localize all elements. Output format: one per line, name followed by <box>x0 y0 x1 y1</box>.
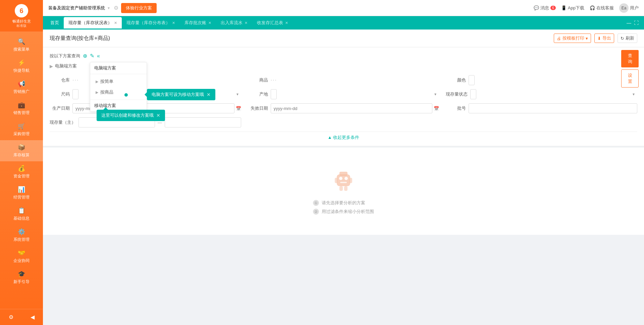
print-icon: 🖨 <box>557 36 561 41</box>
scheme-item-simple[interactable]: ▶ 按简单 <box>90 76 147 87</box>
sidebar-item-label: 快捷导航 <box>13 68 30 73</box>
scheme-pc-items: ▶ 按简单 ▶ 按商品 <box>90 74 147 100</box>
scheme-item-arrow: ▶ <box>96 79 98 84</box>
produce-date-label: 生产日期 <box>50 105 70 111</box>
app-download-btn[interactable]: 📱 App下载 <box>561 5 584 11</box>
tab-batch-account-label: 库存批次账 <box>184 20 206 26</box>
sidebar-item-enterprise[interactable]: 🤝 企业协同 <box>0 246 43 267</box>
sidebar-item-finance[interactable]: 💰 资金管理 <box>0 161 43 182</box>
sidebar-item-quick-nav[interactable]: ⚡ 快捷导航 <box>0 56 43 77</box>
sidebar-item-label: 资金管理 <box>13 173 30 179</box>
stock-status-select[interactable] <box>470 89 476 99</box>
tab-collect-report-close[interactable]: ✕ <box>285 21 288 25</box>
query-button[interactable]: 查询 <box>621 50 639 67</box>
stock-qty-max-input[interactable] <box>165 117 241 127</box>
setup-button[interactable]: 设置 <box>621 69 639 88</box>
sidebar-item-purchase[interactable]: 🛒 采购管理 <box>0 119 43 140</box>
size-select[interactable] <box>72 89 78 99</box>
collapse-more-btn[interactable]: ▲ 收起更多条件 <box>328 135 360 140</box>
hint1-text: 请先选择要分析的方案 <box>322 200 365 206</box>
sidebar-item-search-menu[interactable]: 🔍 搜索菜单 <box>0 35 43 56</box>
sidebar-item-system[interactable]: ⚙️ 系统管理 <box>0 225 43 246</box>
sidebar-item-label: 搜索菜单 <box>13 47 30 52</box>
tab-collect-report[interactable]: 收发存汇总表 ✕ <box>252 17 293 29</box>
user-btn[interactable]: Ea 用户 <box>619 3 639 13</box>
enterprise-icon: 🤝 <box>18 249 25 257</box>
tab-inventory-status[interactable]: 现存量（库存状况表） ✕ <box>64 17 122 29</box>
svg-rect-6 <box>350 178 352 183</box>
tooltip2-close-icon[interactable]: ✕ <box>156 113 160 118</box>
message-icon: 💬 <box>534 5 539 10</box>
produce-date-calendar-icon[interactable]: 📅 <box>236 106 241 111</box>
settings-icon[interactable]: ⚙ <box>7 313 15 322</box>
tab-inventory-status-close[interactable]: ✕ <box>114 21 117 25</box>
operations-icon: 📊 <box>18 186 25 193</box>
tab-batch-account-close[interactable]: ✕ <box>208 21 211 25</box>
batch-input[interactable] <box>469 103 637 113</box>
goods-dots[interactable]: ··· <box>271 77 277 83</box>
origin-select[interactable] <box>271 89 277 99</box>
sidebar-item-guide[interactable]: 🎓 新手引导 <box>0 267 43 288</box>
scheme-item-goods[interactable]: ▶ 按商品 <box>90 87 147 98</box>
back-scheme-icon[interactable]: « <box>97 53 100 59</box>
tab-inventory-dist-close[interactable]: ✕ <box>172 21 175 25</box>
print-dropdown-icon: ▾ <box>586 36 588 41</box>
expire-date-input[interactable] <box>271 103 433 113</box>
sidebar-item-label: 系统管理 <box>13 237 30 242</box>
collapse-icon[interactable]: ◀ <box>29 313 36 322</box>
industry-plan-button[interactable]: 体验行业方案 <box>121 3 157 13</box>
print-button[interactable]: 🖨 按模板打印 ▾ <box>554 34 591 43</box>
sidebar-item-inventory[interactable]: 📦 库存核算 <box>0 140 43 161</box>
topbar: 装备及固定资产辅助管理系统 ▾ ⚙ 体验行业方案 💬 消息 6 📱 App下载 … <box>43 0 644 16</box>
headset-icon: 🎧 <box>590 5 595 10</box>
topbar-left: 装备及固定资产辅助管理系统 ▾ ⚙ 体验行业方案 <box>48 3 157 13</box>
refresh-button[interactable]: ↻ 刷新 <box>618 34 637 43</box>
topbar-settings-icon[interactable]: ⚙ <box>114 5 118 11</box>
support-btn[interactable]: 🎧 在线客服 <box>590 5 614 11</box>
tab-batch-account[interactable]: 库存批次账 ✕ <box>180 17 216 29</box>
color-select[interactable] <box>469 75 475 85</box>
add-scheme-icon[interactable]: ⊕ <box>83 53 87 59</box>
message-btn[interactable]: 💬 消息 6 <box>534 5 556 11</box>
filter-row-expire-date: 失效日期 📅 <box>248 103 439 113</box>
sidebar-item-sales[interactable]: 💼 销售管理 <box>0 98 43 119</box>
marketing-icon: 📢 <box>18 80 25 88</box>
filter-row-batch: 批号 <box>446 103 637 113</box>
sales-icon: 💼 <box>18 101 25 109</box>
export-button[interactable]: ⬇ 导出 <box>594 34 614 43</box>
sidebar-item-basic-info[interactable]: 📋 基础信息 <box>0 204 43 225</box>
tooltip-pc-to-mobile: 电脑方案可设为移动方案哦 ✕ <box>147 89 215 100</box>
tab-in-out-flow[interactable]: 出入库流水 ✕ <box>216 17 252 29</box>
app-icon: 📱 <box>561 5 567 10</box>
svg-rect-5 <box>335 178 337 183</box>
empty-hint-1: ① 请先选择要分析的方案 <box>313 200 374 206</box>
scheme-panel-pc-title: 电脑端方案 <box>94 65 116 71</box>
tooltip1-close-icon[interactable]: ✕ <box>207 92 211 97</box>
expire-date-calendar-icon[interactable]: 📅 <box>434 106 439 111</box>
tab-minimize-icon[interactable]: — <box>627 20 631 25</box>
batch-label: 批号 <box>446 105 466 111</box>
refresh-icon: ↻ <box>621 36 624 41</box>
svg-point-3 <box>344 177 348 180</box>
tab-home[interactable]: 首页 <box>46 17 64 29</box>
tooltip-create-scheme: 这里可以创建和修改方案哦 ✕ <box>97 110 165 121</box>
system-icon: ⚙️ <box>18 228 25 235</box>
tab-inventory-dist[interactable]: 现存量（库存分布表） ✕ <box>122 17 180 29</box>
warehouse-dots[interactable]: ··· <box>72 77 79 83</box>
tab-in-out-flow-close[interactable]: ✕ <box>245 21 248 25</box>
filter-row-origin: 产地 <box>248 89 439 99</box>
sidebar-logo: 6 畅通好生意 标准版 <box>0 0 43 32</box>
inventory-icon: 📦 <box>18 144 25 151</box>
sidebar-item-label: 企业协同 <box>13 258 30 264</box>
empty-state: ① 请先选择要分析的方案 ② 用过滤条件来缩小分析范围 <box>43 148 644 235</box>
tab-expand-icon[interactable]: ⛶ <box>634 20 639 25</box>
color-label: 颜色 <box>446 77 466 83</box>
sidebar-item-marketing[interactable]: 📢 营销推广 <box>0 77 43 98</box>
edit-scheme-icon[interactable]: ✎ <box>90 53 94 59</box>
sidebar-item-operations[interactable]: 📊 经营管理 <box>0 182 43 204</box>
tab-home-label: 首页 <box>50 20 59 26</box>
topbar-dropdown-icon[interactable]: ▾ <box>108 6 110 10</box>
goods-label: 商品 <box>248 77 268 83</box>
tooltip2-text: 这里可以创建和修改方案哦 <box>101 112 154 118</box>
logo-name: 畅通好生意 <box>12 19 31 23</box>
